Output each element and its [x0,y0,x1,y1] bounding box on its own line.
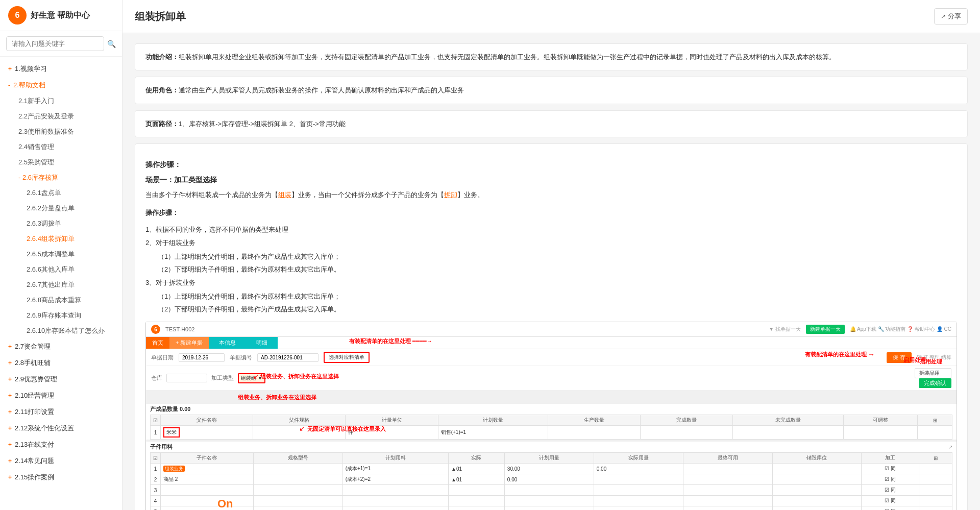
screenshot-mockup: 6 TEST-H002 ▼ 找单据一天 新建单据一天 🔔 App下载 🔧 功能指… [145,322,957,510]
mock-new-btn[interactable]: 新建单据一天 [806,325,845,334]
sidebar-item-docs-269[interactable]: 2.6.9库存账本查询 [0,308,122,323]
sidebar-item-docs-264[interactable]: 2.6.4组装拆卸单 [0,231,122,247]
sidebar: 6 好生意 帮助中心 🔍 + 1.视频学习 - 2.帮助文档 2.1新手入门 2… [0,0,122,510]
sidebar-item-docs-214[interactable]: + 2.14常见问题 [0,453,122,469]
mock-nav-tab[interactable]: 本信息 [209,337,246,349]
step2-sub1: （1）上部明细为父件明细，最终作为产成品生成其它入库单； [158,251,957,263]
sidebar-item-label: 2.8手机旺辅 [15,358,51,368]
step1: 1、根据不同的业务，选择不同单据的类型来处理 [145,224,957,236]
mock-expand-icon2: ⊞ [919,453,952,464]
mock-subtable-row-2: 2 商品 2 (成本+2)=2 ▲01 0.00 ☑ 同 [151,474,952,485]
expand-icon: + [8,425,12,432]
step2-sub2: （2）下部明细为子件明细，最终作为原材料生成其它出库单。 [158,263,957,276]
mock-nav-new-order[interactable]: + 新建单据 [169,337,209,349]
sidebar-item-docs-262[interactable]: 2.6.2分量盘点单 [0,201,122,216]
ops-label: 操作步骤： [145,160,957,169]
expand-icon: + [8,65,12,72]
mock-type-select[interactable]: 选择对应料清单 [324,352,370,363]
sidebar-item-docs-29[interactable]: + 2.9优惠券管理 [0,371,122,387]
sidebar-item-label: 2.11打印设置 [15,407,54,417]
path-text: 页面路径：1、库存核算->库存管理->组装拆卸单 2、首页->常用功能 [145,118,957,130]
feature-intro-block: 功能介绍：组装拆卸单用来处理企业组装或拆卸等加工业务，支持有固定装配清单的产品加… [135,43,968,70]
sidebar-item-label: 2.12系统个性化设置 [15,424,74,433]
sidebar-item-docs-265[interactable]: 2.6.5成本调整单 [0,247,122,262]
sidebar-item-docs-267[interactable]: 2.6.7其他出库单 [0,277,122,293]
sidebar-item-docs-24[interactable]: 2.4销售管理 [0,139,122,155]
sidebar-item-docs-266[interactable]: 2.6.6其他入库单 [0,262,122,277]
mock-form-label-no: 单据编号 [230,354,252,361]
search-button[interactable]: 🔍 [107,40,116,48]
sidebar-item-docs-263[interactable]: 2.6.3调拨单 [0,216,122,231]
sidebar-header: 6 好生意 帮助中心 [0,0,122,31]
sidebar-item-docs-215[interactable]: + 2.15操作案例 [0,469,122,485]
mock-table-row-1: 1 米米 件 销售(+1)=1 [151,426,952,440]
sidebar-item-label: 2.9优惠券管理 [15,375,57,384]
content-area: 功能介绍：组装拆卸单用来处理企业组装或拆卸等加工业务，支持有固定装配清单的产品加… [122,33,980,510]
feature-intro-text: 功能介绍：组装拆卸单用来处理企业组装或拆卸等加工业务，支持有固定装配清单的产品加… [145,51,957,63]
annotation2-overlay: ↙ 组装业务、拆卸业务在这里选择 [253,372,339,380]
expand-icon: + [8,457,12,465]
main-content: 组装拆卸单 ↗ 分享 功能介绍：组装拆卸单用来处理企业组装或拆卸等加工业务，支持… [122,0,980,510]
mock-nav-detail[interactable]: 明细 [246,337,278,349]
sidebar-item-docs-212[interactable]: + 2.12系统个性化设置 [0,420,122,436]
mock-logo: 6 [151,325,160,334]
mock-topnav: ▼ 找单据一天 [769,326,801,333]
mock-no-input[interactable] [257,353,318,362]
expand-icon: + [8,441,12,448]
step3: 3、对于拆装业务 [145,277,957,289]
sidebar-item-docs-210[interactable]: + 2.10经营管理 [0,387,122,404]
mock-expand-icon: ⊞ [918,415,952,426]
path-block: 页面路径：1、库存核算->库存管理->组装拆卸单 2、首页->常用功能 [135,110,968,137]
scene1-desc: 当由多个子件材料组装成一个成品的业务为【组装】业务，当由一个父件拆分成多个子产品… [145,189,957,202]
collapse-icon: - [8,82,10,89]
expand-icon: + [8,359,12,367]
expand-icon: + [8,392,12,399]
sidebar-item-label: 2.15操作案例 [15,473,54,482]
expand-icon: + [8,408,12,416]
step3-sub1: （1）上部明细为父件明细，最终作为原材料生成其它出库单； [158,290,957,303]
mock-warehouse-input[interactable] [166,374,207,382]
annotation1-label: 有装配清单的在这里处理 ━━━━→ [349,337,432,345]
sidebar-item-label: 2.帮助文档 [13,81,45,90]
mock-enable-area: 拆装品用 启用处理 完成确认 [915,368,951,388]
mock-subtable-row-5: 5 ☑ 同 [151,506,952,510]
expand-icon: + [8,343,12,350]
mock-titlebar: TEST-H002 [165,326,194,332]
search-input[interactable] [6,36,104,51]
annotation3-overlay: ↙ 无固定清单可以直接在这里录入 [299,424,386,433]
mock-date-input[interactable] [179,353,225,362]
mock-confirm-btn[interactable]: 完成确认 [919,378,951,388]
sidebar-item-docs-213[interactable]: + 2.13在线支付 [0,436,122,453]
nav-tree: + 1.视频学习 - 2.帮助文档 2.1新手入门 2.2产品安装及登录 2.3… [0,57,122,510]
mock-warehouse-select[interactable]: 拆装品用 [915,368,951,378]
scene1-label: 场景一：加工类型选择 [145,176,957,185]
sidebar-item-docs-26[interactable]: - 2.6库存核算 [0,170,122,185]
sidebar-item-videos[interactable]: + 1.视频学习 [0,61,122,77]
main-header: 组装拆卸单 ↗ 分享 [122,0,980,33]
sidebar-item-docs-261[interactable]: 2.6.1盘点单 [0,185,122,201]
mock-subtable-row-1: 1 组装业务 (成本+1)=1 ▲01 30.00 0.00 ☑ 同 [151,464,952,474]
sidebar-item-docs-2610[interactable]: 2.6.10库存账本错了怎么办 [0,323,122,338]
sidebar-item-docs-268[interactable]: 2.6.8商品成本重算 [0,293,122,308]
sidebar-item-docs-22[interactable]: 2.2产品安装及登录 [0,109,122,124]
logo-text: 好生意 帮助中心 [31,10,90,21]
sidebar-item-label: 2.10经营管理 [15,391,54,400]
sidebar-item-docs-211[interactable]: + 2.11打印设置 [0,404,122,420]
sidebar-item-docs-21[interactable]: 2.1新手入门 [0,93,122,109]
mock-warehouse-label: 仓库 [151,374,162,382]
share-button[interactable]: ↗ 分享 [934,8,968,25]
sidebar-item-docs-27[interactable]: + 2.7资金管理 [0,338,122,355]
expand-icon: + [8,474,12,481]
search-box: 🔍 [0,31,122,57]
sidebar-item-docs[interactable]: - 2.帮助文档 [0,77,122,93]
annotation2-label: 组装业务、拆卸业务在这里选择 [238,394,316,401]
steps-list: 1、根据不同的业务，选择不同单据的类型来处理 2、对于组装业务 （1）上部明细为… [145,224,957,316]
sidebar-item-docs-23[interactable]: 2.3使用前数据准备 [0,124,122,139]
annotation4-overlay: 启用处理 [903,355,926,364]
mock-nav-home[interactable]: 首页 [146,337,169,349]
sidebar-item-docs-28[interactable]: + 2.8手机旺辅 [0,355,122,371]
page-title: 组装拆卸单 [135,10,186,23]
share-icon: ↗ [941,13,946,20]
sidebar-item-docs-25[interactable]: 2.5采购管理 [0,155,122,170]
sidebar-item-label: 2.14常见问题 [15,456,54,466]
